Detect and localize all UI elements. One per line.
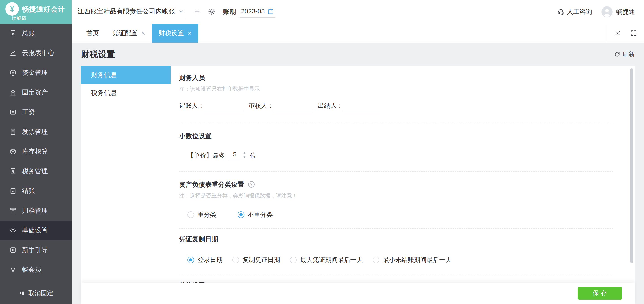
sidebar-item-label: 固定资产: [22, 88, 48, 97]
sidebar-item-beginner-guide[interactable]: 新手引导: [0, 240, 72, 260]
sidebar-item-archive[interactable]: 归档管理: [0, 201, 72, 220]
sidebar-item-closing[interactable]: 结账: [0, 181, 72, 201]
reviewer-input[interactable]: [274, 102, 312, 111]
gear-icon: [10, 227, 16, 234]
subnav-label: 财务信息: [91, 70, 117, 80]
brand-name: 畅捷通好会计: [22, 4, 65, 14]
subnav-finance-info[interactable]: 财务信息: [81, 66, 171, 84]
tab-bar: 首页 凭证配置 × 财税设置 ×: [72, 24, 644, 42]
sidebar-item-label: 工资: [22, 108, 35, 117]
sidebar-item-invoice-management[interactable]: 发票管理: [0, 122, 72, 142]
sidebar-item-general-ledger[interactable]: 总账: [0, 24, 72, 43]
reviewer-field-group: 审核人：: [248, 102, 312, 111]
finance-staff-note: 注：该项设置只在打印数据中显示: [179, 85, 613, 92]
bookkeeper-input[interactable]: [204, 102, 243, 111]
tab-close-icon[interactable]: ×: [188, 30, 192, 37]
headset-icon: [557, 8, 564, 16]
unpin-label: 取消固定: [28, 289, 53, 298]
unpin-sidebar-button[interactable]: 取消固定: [0, 282, 72, 304]
refresh-icon: [614, 51, 620, 57]
user-name[interactable]: 畅捷通: [616, 8, 635, 16]
stepper-down-icon[interactable]: [242, 155, 247, 159]
radio-max-period-last-day[interactable]: 最大凭证期间最后一天: [290, 256, 363, 264]
invoice-icon: [10, 128, 16, 136]
tab-label: 财税设置: [159, 29, 184, 38]
cashier-input[interactable]: [343, 102, 382, 111]
subnav-label: 税务信息: [91, 88, 117, 98]
section-divider: [179, 122, 613, 122]
settings-gear-icon[interactable]: [208, 8, 216, 16]
section-finance-staff-title: 财务人员: [179, 74, 613, 82]
building-icon: [10, 89, 16, 96]
tabbar-actions: [607, 24, 644, 42]
sidebar-item-membership[interactable]: 畅会员: [0, 260, 72, 280]
sidebar-item-label: 新手引导: [22, 246, 48, 254]
section-divider: [179, 228, 613, 229]
report-chart-icon: [10, 50, 16, 57]
sidebar-item-label: 库存核算: [22, 147, 48, 156]
tax-icon: [10, 168, 16, 175]
bookkeeper-field-group: 记账人：: [179, 102, 243, 111]
decimal-value[interactable]: 5: [228, 151, 241, 160]
cashier-field-group: 出纳人：: [318, 102, 382, 111]
reclass-options: 重分类 不重分类: [188, 210, 613, 219]
content-scrollbar[interactable]: [630, 68, 633, 263]
tab-home[interactable]: 首页: [80, 24, 106, 42]
company-selector[interactable]: 江西服宝精品有限责任公司内账张: [76, 5, 186, 19]
radio-no-reclassify[interactable]: 不重分类: [238, 210, 273, 219]
radio-reclassify[interactable]: 重分类: [188, 210, 216, 219]
radio-circle-icon[interactable]: [188, 211, 194, 218]
stepper-up-icon[interactable]: [242, 151, 247, 155]
ledger-icon: [10, 30, 16, 37]
sidebar-item-payroll[interactable]: 工资: [0, 102, 72, 122]
reviewer-label: 审核人：: [248, 102, 274, 111]
radio-circle-icon[interactable]: [188, 256, 194, 263]
subnav-tax-info[interactable]: 税务信息: [81, 84, 171, 102]
section-decimal-title: 小数位设置: [179, 132, 613, 140]
add-button[interactable]: [193, 8, 201, 16]
fullscreen-icon[interactable]: [630, 30, 637, 37]
section-copy-date-title: 凭证复制日期: [179, 235, 613, 243]
refresh-label: 刷新: [622, 50, 634, 58]
close-icon[interactable]: [614, 30, 621, 37]
sidebar-item-fixed-assets[interactable]: 固定资产: [0, 82, 72, 102]
sidebar-item-tax-management[interactable]: 税务管理: [0, 162, 72, 181]
chevron-down-icon: [178, 8, 184, 14]
sidebar-item-basic-settings[interactable]: 基础设置: [0, 220, 72, 240]
tab-close-icon[interactable]: ×: [141, 30, 145, 37]
save-button[interactable]: 保存: [578, 287, 622, 300]
sidebar-item-label: 基础设置: [22, 226, 48, 235]
main-area: 江西服宝精品有限责任公司内账张 账期 2023-03 人工咨询 畅捷通 首页 凭…: [72, 0, 644, 304]
tab-voucher-config[interactable]: 凭证配置 ×: [106, 24, 152, 42]
sidebar-item-fund-management[interactable]: 资金管理: [0, 63, 72, 82]
reclass-title-text: 资产负债表重分类设置: [179, 180, 244, 188]
accounting-period: 账期 2023-03: [223, 6, 276, 18]
radio-circle-icon[interactable]: [238, 211, 244, 218]
sidebar-item-cloud-reports[interactable]: 云报表中心: [0, 43, 72, 63]
radio-min-unclosed-period-last-day[interactable]: 最小未结账期间最后一天: [372, 256, 452, 264]
radio-login-date[interactable]: 登录日期: [188, 256, 222, 264]
radio-circle-icon[interactable]: [290, 256, 297, 263]
sidebar-item-label: 总账: [22, 29, 35, 38]
help-icon[interactable]: ?: [248, 181, 254, 188]
radio-label: 复制凭证日期: [242, 256, 280, 264]
decimal-stepper[interactable]: 5: [228, 151, 247, 160]
cashier-label: 出纳人：: [318, 102, 343, 111]
stepper-arrows: [242, 151, 247, 160]
radio-circle-icon[interactable]: [232, 256, 239, 263]
sidebar-item-label: 畅会员: [22, 265, 42, 274]
sidebar-item-inventory[interactable]: 库存核算: [0, 142, 72, 162]
radio-copy-voucher-date[interactable]: 复制凭证日期: [232, 256, 280, 264]
play-guide-icon: [10, 246, 16, 254]
app-logo[interactable]: ¥ 畅捷通好会计 旗舰版: [0, 0, 72, 24]
radio-circle-icon[interactable]: [372, 256, 379, 263]
manual-consult-button[interactable]: 人工咨询: [557, 8, 592, 16]
user-avatar[interactable]: [601, 6, 613, 18]
settings-subnav: 财务信息 税务信息: [81, 66, 171, 282]
refresh-button[interactable]: 刷新: [614, 50, 634, 58]
sidebar-menu: 总账 云报表中心 资金管理 固定资产 工资 发票管理 库存核算 税务管理: [0, 24, 72, 282]
tab-finance-tax-settings[interactable]: 财税设置 ×: [152, 24, 198, 42]
tab-label: 凭证配置: [112, 29, 138, 38]
decimal-prefix: 【单价】最多: [188, 151, 225, 160]
period-picker[interactable]: 2023-03: [240, 6, 276, 18]
